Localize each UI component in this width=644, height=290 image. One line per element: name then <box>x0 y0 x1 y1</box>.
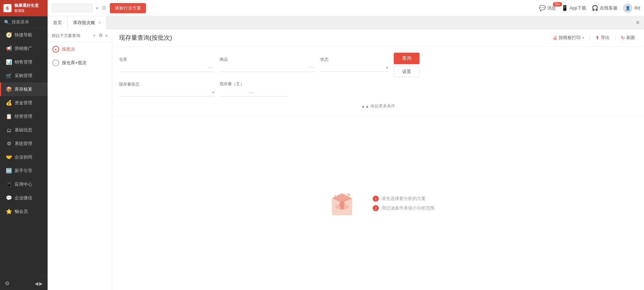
sidebar-item-wechat[interactable]: 💬 企业微信 <box>0 191 48 205</box>
inventory-status-select[interactable]: ▾ <box>119 89 214 96</box>
messages-badge: 99+ <box>553 2 562 6</box>
sidebar-item-appcenter[interactable]: 📱 应用中心 <box>0 178 48 191</box>
print-icon: 🖨 <box>553 35 557 40</box>
filter-conditions: 仓库 ··· 商品 ··· 状态 <box>112 47 644 117</box>
sidebar-item-purchase[interactable]: 🛒 采购管理 <box>0 69 48 83</box>
collapse-panel-icon[interactable]: « <box>105 33 108 39</box>
filter-item-by-warehouse-batch[interactable]: ○ 按仓库+批次 <box>48 56 112 70</box>
search-icon: 🔍 <box>4 20 10 25</box>
warehouse-field: 仓库 ··· <box>119 57 214 72</box>
filter-panel: 按以下方案查询 ＋ ⚙ « ● 按批次 ○ 按仓库+批次 <box>48 29 112 290</box>
settings-button[interactable]: 设置 <box>394 66 420 77</box>
tip-num-2: 2 <box>373 205 379 211</box>
collapse-label: 收起更多条件 <box>371 103 395 109</box>
by-batch-radio: ● <box>52 46 59 53</box>
sidebar-item-quick-nav[interactable]: 🧭 快捷导航 <box>0 28 48 42</box>
print-template-button[interactable]: 🖨 按模板打印 ▾ <box>550 33 586 42</box>
avatar: 👤 <box>623 3 632 13</box>
tab-area-close[interactable]: ✕ <box>631 19 644 26</box>
inventory-status-chevron-icon: ▾ <box>212 90 214 95</box>
warehouse-input[interactable] <box>119 64 207 72</box>
print-template-label: 按模板打印 <box>559 35 581 41</box>
refresh-button[interactable]: ↻ 刷新 <box>619 33 637 42</box>
nav-icon-sales: 📊 <box>6 59 12 65</box>
search-menu[interactable]: 🔍 搜索菜单 <box>0 16 48 28</box>
sidebar-settings-icon[interactable]: ⚙ <box>5 280 10 287</box>
nav-label-quick: 快捷导航 <box>15 32 32 38</box>
status-label: 状态 <box>320 57 388 62</box>
app-subtitle: 标准版 <box>14 8 39 13</box>
inventory-qty-min[interactable] <box>220 90 247 95</box>
warehouse-label: 仓库 <box>119 57 214 62</box>
nav-label-appcenter: 应用中心 <box>15 181 32 187</box>
nav-icon-enterprise: 🤝 <box>6 154 12 160</box>
sidebar-item-enterprise[interactable]: 🤝 企业协同 <box>0 150 48 164</box>
divider-1 <box>590 35 590 40</box>
sidebar-item-member[interactable]: ⭐ 畅会员 <box>0 205 48 218</box>
filter-panel-header: 按以下方案查询 ＋ ⚙ « <box>48 29 112 42</box>
sidebar-bottom: ⚙ ◀ ▶ <box>0 276 48 290</box>
nav-icon-marketing: 📢 <box>6 46 12 52</box>
app-title-block: 畅康通好生意 标准版 <box>14 3 39 13</box>
collapse-conditions[interactable]: ▲▲ 收起更多条件 <box>119 101 637 112</box>
sidebar-item-inventory[interactable]: 📦 库存核算 <box>0 83 48 96</box>
topbar-settings-icon[interactable]: ⚙ <box>102 5 106 11</box>
topbar-search-chevron[interactable]: ▾ <box>96 5 98 11</box>
by-warehouse-batch-radio: ○ <box>52 59 59 66</box>
svg-point-5 <box>335 195 336 197</box>
warehouse-dots[interactable]: ··· <box>207 65 214 71</box>
nav-label-inventory: 库存核算 <box>15 86 32 92</box>
tab-inventory-batch[interactable]: 库存批次账 × <box>68 16 107 29</box>
nav-label-enterprise: 企业协同 <box>15 154 32 160</box>
sidebar-item-sales[interactable]: 📊 销售管理 <box>0 55 48 69</box>
sidebar-item-marketing[interactable]: 📢 营销推广 <box>0 42 48 55</box>
product-label: 商品 <box>220 57 315 62</box>
nav-icon-quick: 🧭 <box>6 32 12 38</box>
add-scheme-icon[interactable]: ＋ <box>92 33 97 39</box>
user-profile[interactable]: 👤 Rit <box>623 3 640 13</box>
sidebar-item-operations[interactable]: 📋 经营管理 <box>0 110 48 123</box>
sidebar-item-system[interactable]: ⚙ 系统管理 <box>0 137 48 150</box>
nav-label-sales: 销售管理 <box>15 59 32 65</box>
export-button[interactable]: ⬆ 导出 <box>593 33 612 42</box>
tab-close-icon[interactable]: × <box>99 20 101 25</box>
sidebar-item-newguide[interactable]: 🆕 新手引导 <box>0 164 48 178</box>
status-chevron-icon: ▾ <box>386 65 388 70</box>
online-service-button[interactable]: 🎧 在线客服 <box>592 5 617 11</box>
messages-button[interactable]: 💬 消息 99+ <box>539 5 556 11</box>
sidebar-header: 6 畅康通好生意 标准版 <box>0 0 48 16</box>
nav-icon-newguide: 🆕 <box>6 168 12 174</box>
sidebar-scroll-controls[interactable]: ◀ ▶ <box>35 281 43 286</box>
print-chevron-icon[interactable]: ▾ <box>582 36 584 40</box>
sidebar-item-basics[interactable]: 🗂 基础信息 <box>0 123 48 137</box>
sidebar-item-finance[interactable]: 💰 资金管理 <box>0 96 48 110</box>
tab-home[interactable]: 首页 <box>48 16 68 29</box>
product-input[interactable] <box>220 64 308 72</box>
product-dots[interactable]: ··· <box>308 65 315 71</box>
filter-panel-title: 按以下方案查询 <box>52 33 80 39</box>
nav-icon-finance: 💰 <box>6 100 12 106</box>
tip-text-2: 用过滤条件来缩小分析范围 <box>382 205 435 211</box>
status-field: 状态 ▾ <box>320 57 388 72</box>
app-download-button[interactable]: 📱 App下载 <box>561 5 586 11</box>
headset-icon: 🎧 <box>592 5 598 11</box>
empty-tip-2: 2 用过滤条件来缩小分析范围 <box>373 205 435 211</box>
status-select[interactable]: ▾ <box>320 64 388 72</box>
query-button[interactable]: 查询 <box>394 53 420 64</box>
inventory-qty-max[interactable] <box>255 90 283 95</box>
nav-label-operations: 经营管理 <box>15 113 32 120</box>
empty-tips: 1 请先选择要分析的方案 2 用过滤条件来缩小分析范围 <box>373 196 435 211</box>
export-icon: ⬆ <box>595 35 599 40</box>
filter-item-by-batch[interactable]: ● 按批次 <box>48 42 112 56</box>
warehouse-input-container: ··· <box>119 64 214 72</box>
industry-solution-button[interactable]: 体验行业方案 <box>110 3 146 13</box>
condition-row-1: 仓库 ··· 商品 ··· 状态 <box>119 51 637 77</box>
online-service-label: 在线客服 <box>600 5 617 11</box>
main-area: ▾ ⚙ 体验行业方案 💬 消息 99+ 📱 App下载 🎧 在线客服 👤 Rit <box>48 0 644 290</box>
empty-illustration <box>322 183 362 224</box>
topbar: ▾ ⚙ 体验行业方案 💬 消息 99+ 📱 App下载 🎧 在线客服 👤 Rit <box>48 0 644 16</box>
message-icon: 💬 <box>539 5 546 11</box>
tabs-bar: 首页 库存批次账 × ✕ <box>48 16 644 29</box>
settings-scheme-icon[interactable]: ⚙ <box>99 33 103 39</box>
topbar-search-input[interactable] <box>52 4 92 12</box>
